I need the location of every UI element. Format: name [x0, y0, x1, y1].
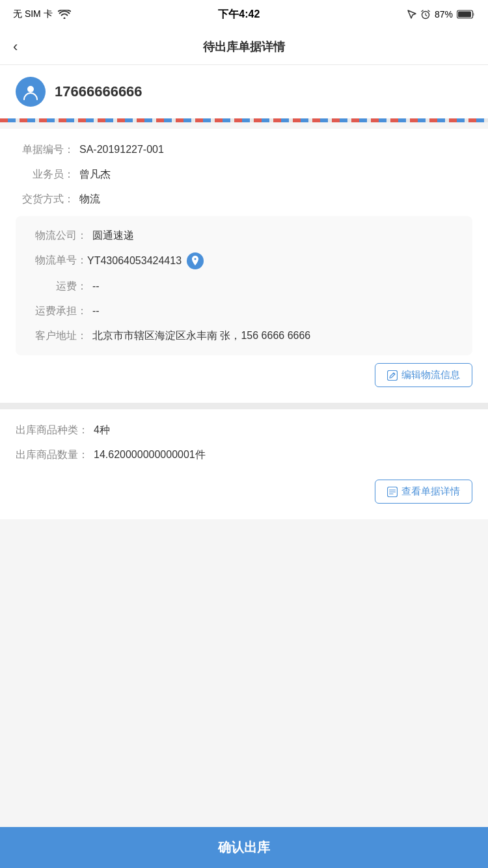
carrier-text: 无 SIM 卡: [13, 8, 53, 20]
svg-point-3: [27, 86, 34, 92]
goods-quantity-label: 出库商品数量：: [16, 447, 88, 463]
location-pin-icon[interactable]: [187, 252, 204, 269]
freight-bear-row: 运费承担： --: [29, 303, 459, 319]
goods-quantity-value: 14.620000000000001件: [94, 447, 472, 463]
nav-bar: ‹ 待出库单据详情: [0, 29, 488, 65]
delivery-label: 交货方式：: [16, 191, 74, 207]
back-button[interactable]: ‹: [13, 38, 18, 55]
freight-bear-value: --: [92, 303, 459, 319]
battery-text: 87%: [435, 9, 453, 20]
confirm-btn-wrap: 确认出库: [0, 827, 488, 868]
spacer: [0, 519, 488, 649]
document-value: SA-20191227-001: [79, 142, 472, 157]
edit-logistics-button[interactable]: 编辑物流信息: [375, 363, 472, 387]
salesman-label: 业务员：: [16, 167, 74, 182]
logistics-company-label: 物流公司：: [29, 228, 87, 243]
customer-header: 17666666666: [0, 65, 488, 118]
delivery-value: 物流: [79, 191, 472, 207]
view-btn-row: 查看单据详情: [16, 472, 472, 506]
logistics-company-value: 圆通速递: [92, 228, 459, 243]
customer-phone: 17666666666: [55, 83, 142, 100]
status-time: 下午4:42: [218, 8, 260, 21]
freight-label: 运费：: [29, 278, 87, 294]
salesman-value: 曾凡杰: [79, 167, 472, 182]
goods-section: 出库商品种类： 4种 出库商品数量： 14.620000000000001件 查…: [0, 409, 488, 519]
wifi-icon: [58, 10, 71, 19]
address-row: 客户地址： 北京市市辖区海淀区永丰南 张，156 6666 6666: [29, 328, 459, 344]
edit-btn-label: 编辑物流信息: [401, 369, 460, 381]
address-value: 北京市市辖区海淀区永丰南 张，156 6666 6666: [92, 328, 459, 344]
freight-value: --: [92, 278, 459, 294]
section-divider: [0, 403, 488, 409]
tracking-row: YT43064053424413: [87, 252, 204, 269]
document-row: 单据编号： SA-20191227-001: [16, 142, 472, 157]
location-arrow-icon: [407, 10, 416, 19]
freight-row: 运费： --: [29, 278, 459, 294]
goods-types-label: 出库商品种类：: [16, 422, 88, 438]
main-content: 17666666666 单据编号： SA-20191227-001 业务员： 曾…: [0, 65, 488, 701]
salesman-row: 业务员： 曾凡杰: [16, 167, 472, 182]
status-bar: 无 SIM 卡 下午4:42 87%: [0, 0, 488, 29]
battery-icon: [457, 10, 475, 19]
page-title: 待出库单据详情: [203, 39, 285, 55]
document-label: 单据编号：: [16, 142, 74, 157]
order-info-section: 单据编号： SA-20191227-001 业务员： 曾凡杰 交货方式： 物流 …: [0, 129, 488, 403]
logistics-tracking-label: 物流单号：: [29, 252, 87, 268]
view-detail-button[interactable]: 查看单据详情: [375, 480, 472, 504]
svg-rect-2: [458, 12, 471, 18]
logistics-tracking-row: 物流单号： YT43064053424413: [29, 252, 459, 269]
status-right: 87%: [407, 9, 475, 20]
logistics-card: 物流公司： 圆通速递 物流单号： YT43064053424413 运费： --: [16, 216, 472, 355]
edit-icon: [387, 370, 398, 381]
dashed-divider: [0, 118, 488, 122]
goods-quantity-row: 出库商品数量： 14.620000000000001件: [16, 447, 472, 463]
status-left: 无 SIM 卡: [13, 8, 71, 20]
logistics-tracking-value: YT43064053424413: [87, 253, 182, 269]
address-label: 客户地址：: [29, 328, 87, 344]
confirm-outbound-button[interactable]: 确认出库: [218, 839, 270, 856]
goods-types-value: 4种: [94, 422, 472, 438]
freight-bear-label: 运费承担：: [29, 303, 87, 319]
edit-btn-row: 编辑物流信息: [16, 355, 472, 390]
person-icon: [21, 83, 40, 101]
goods-types-row: 出库商品种类： 4种: [16, 422, 472, 438]
logistics-company-row: 物流公司： 圆通速递: [29, 228, 459, 243]
alarm-icon: [420, 9, 431, 20]
view-btn-label: 查看单据详情: [401, 485, 460, 498]
list-icon: [387, 487, 398, 497]
avatar: [16, 77, 46, 107]
delivery-row: 交货方式： 物流: [16, 191, 472, 207]
svg-rect-4: [388, 370, 398, 380]
